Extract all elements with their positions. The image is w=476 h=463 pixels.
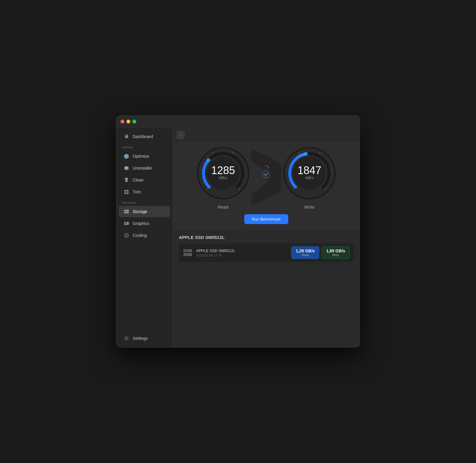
svg-rect-1 bbox=[125, 167, 128, 168]
cooling-icon bbox=[123, 232, 129, 238]
clean-icon bbox=[123, 177, 129, 183]
svg-point-24 bbox=[190, 250, 191, 251]
graphics-icon bbox=[123, 220, 129, 226]
write-gauge-number: 1847 bbox=[298, 165, 321, 176]
write-gauge: 1847 MB/s bbox=[281, 145, 338, 201]
app-body: 🖥 Dashboard Utilities ⚙️ Optimize Uninst… bbox=[116, 128, 360, 347]
hdd-icon bbox=[183, 248, 192, 257]
svg-rect-26 bbox=[184, 250, 189, 251]
sidebar-label-graphics: Graphics bbox=[133, 221, 149, 226]
run-benchmark-button[interactable]: Run Benchmark bbox=[244, 214, 289, 224]
sidebar-item-graphics[interactable]: Graphics bbox=[119, 218, 170, 229]
minimize-button[interactable] bbox=[126, 120, 130, 123]
svg-rect-5 bbox=[124, 190, 126, 192]
app-window: 🖥 Dashboard Utilities ⚙️ Optimize Uninst… bbox=[116, 115, 360, 348]
read-speed-value: 1,29 GB/s bbox=[296, 248, 315, 253]
write-gauge-value: 1847 MB/s bbox=[298, 165, 321, 180]
result-speeds: 1,29 GB/s Read 1,85 GB/s Write bbox=[291, 246, 350, 259]
sidebar-item-dashboard[interactable]: 🖥 Dashboard bbox=[119, 131, 170, 142]
svg-point-19 bbox=[126, 338, 127, 339]
svg-rect-7 bbox=[124, 192, 126, 194]
sidebar-label-settings: Settings bbox=[133, 336, 148, 341]
result-row: APPLE SSD SM0512L 2020-02-04 17:30 1,29 … bbox=[179, 243, 354, 262]
sidebar-item-storage[interactable]: Storage bbox=[119, 206, 170, 217]
sidebar-label-clean: Clean bbox=[133, 178, 144, 182]
sidebar-item-clean[interactable]: Clean bbox=[119, 174, 170, 186]
read-gauge-label: Read bbox=[218, 204, 228, 209]
result-date: 2020-02-04 17:30 bbox=[196, 254, 288, 257]
sidebar-item-cooling[interactable]: Cooling bbox=[119, 230, 170, 241]
uninstaller-icon bbox=[123, 165, 129, 171]
svg-point-18 bbox=[126, 235, 127, 236]
utilities-section-label: Utilities bbox=[116, 143, 173, 150]
close-button[interactable] bbox=[120, 120, 124, 123]
device-title: APPLE SSD SM0512L bbox=[179, 235, 354, 240]
svg-point-12 bbox=[128, 212, 128, 213]
optimize-icon: ⚙️ bbox=[123, 153, 129, 159]
write-gauge-container: 1847 MB/s Write bbox=[281, 145, 338, 209]
back-button[interactable]: ‹ bbox=[176, 131, 185, 139]
svg-rect-14 bbox=[125, 223, 127, 224]
svg-rect-6 bbox=[127, 190, 129, 192]
write-gauge-unit: MB/s bbox=[298, 176, 321, 180]
write-speed-label: Write bbox=[326, 254, 345, 257]
write-speed-badge: 1,85 GB/s Write bbox=[322, 246, 350, 259]
sidebar-label-dashboard: Dashboard bbox=[133, 134, 153, 139]
maximize-button[interactable] bbox=[132, 120, 136, 123]
write-gauge-label: Write bbox=[304, 204, 315, 209]
sidebar-item-settings[interactable]: Settings bbox=[119, 333, 170, 344]
svg-point-25 bbox=[190, 254, 191, 255]
svg-rect-2 bbox=[125, 168, 127, 169]
read-gauge-container: 1285 MB/s Read bbox=[195, 145, 251, 209]
write-speed-value: 1,85 GB/s bbox=[326, 248, 345, 253]
sidebar-label-cooling: Cooling bbox=[133, 233, 147, 238]
trim-icon bbox=[123, 189, 129, 195]
sidebar-label-trim: Trim bbox=[133, 190, 141, 194]
read-gauge-unit: MB/s bbox=[211, 176, 235, 180]
read-speed-badge: 1,29 GB/s Read bbox=[291, 246, 319, 259]
sidebar-item-trim[interactable]: Trim bbox=[119, 186, 170, 198]
gauge-connector bbox=[251, 149, 281, 206]
gauge-section: 1285 MB/s Read bbox=[173, 142, 360, 230]
back-icon: ‹ bbox=[180, 133, 181, 137]
sidebar-item-uninstaller[interactable]: Uninstaller bbox=[119, 162, 170, 174]
traffic-lights bbox=[120, 120, 136, 123]
svg-rect-3 bbox=[125, 178, 128, 179]
svg-rect-16 bbox=[127, 223, 128, 224]
sidebar: 🖥 Dashboard Utilities ⚙️ Optimize Uninst… bbox=[116, 128, 173, 347]
dashboard-icon: 🖥 bbox=[123, 134, 129, 140]
read-gauge-number: 1285 bbox=[211, 165, 235, 176]
svg-point-11 bbox=[128, 210, 128, 211]
result-info: APPLE SSD SM0512L 2020-02-04 17:30 bbox=[196, 248, 288, 257]
settings-icon bbox=[123, 335, 129, 341]
result-device-name: APPLE SSD SM0512L bbox=[196, 248, 288, 253]
read-gauge: 1285 MB/s bbox=[195, 145, 251, 201]
sidebar-label-uninstaller: Uninstaller bbox=[133, 166, 152, 171]
read-gauge-value: 1285 MB/s bbox=[211, 165, 235, 180]
hardware-section-label: Hardware bbox=[116, 198, 173, 206]
gauges-row: 1285 MB/s Read bbox=[195, 145, 338, 209]
svg-rect-4 bbox=[126, 178, 127, 178]
sidebar-item-optimize[interactable]: ⚙️ Optimize bbox=[119, 151, 170, 162]
sidebar-label-optimize: Optimize bbox=[133, 154, 149, 159]
results-section: APPLE SSD SM0512L APPLE SSD SM0512L 2020… bbox=[173, 230, 360, 347]
storage-icon bbox=[123, 209, 129, 215]
read-speed-label: Read bbox=[296, 254, 315, 257]
svg-rect-8 bbox=[127, 192, 129, 194]
sidebar-label-storage: Storage bbox=[133, 209, 147, 214]
svg-rect-15 bbox=[127, 223, 128, 223]
titlebar bbox=[116, 116, 360, 128]
main-content: ‹ 1285 MB/s Read bbox=[173, 128, 360, 347]
